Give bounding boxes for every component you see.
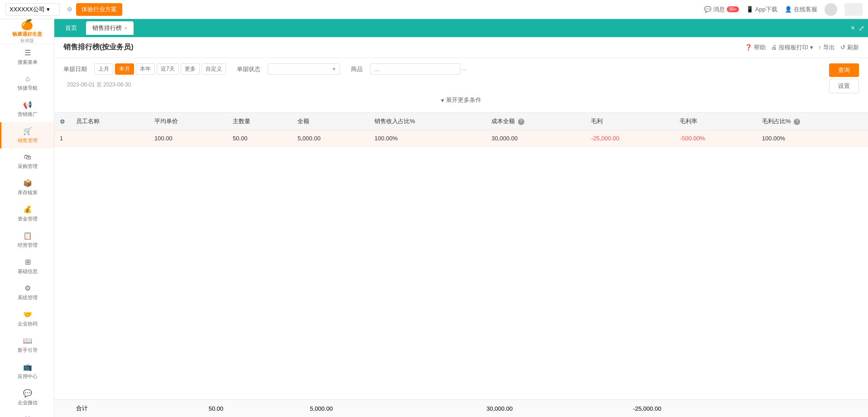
cost-info-icon[interactable]: ? — [518, 119, 524, 125]
refresh-icon: ↺ — [840, 44, 845, 51]
prev-month-btn[interactable]: 上月 — [94, 63, 113, 75]
help-label: 帮助 — [754, 43, 766, 52]
col-header-gross: 毛利 — [585, 113, 674, 130]
sidebar-item-weixin[interactable]: 💬 企业微信 — [0, 384, 54, 411]
sidebar-item-system[interactable]: ⚙ 系统管理 — [0, 279, 54, 306]
col-header-gross-pct: 毛利占比% ? — [757, 113, 868, 130]
sidebar-item-search[interactable]: ☰ 搜索菜单 — [0, 44, 54, 70]
settings-button[interactable]: 设置 — [829, 79, 859, 93]
sidebar-item-basic[interactable]: ⊞ 基础信息 — [0, 253, 54, 279]
tab-sales-ranking[interactable]: 销售排行榜 × — [86, 21, 134, 35]
col-header-qty: 主数量 — [227, 113, 292, 130]
logo-sub: 标准版 — [20, 38, 34, 44]
cell-gross-rate: -500.00% — [674, 130, 756, 147]
inventory-icon: 📦 — [23, 179, 32, 187]
sidebar-item-quick[interactable]: ⌂ 快捷导航 — [0, 70, 54, 96]
cell-cost: 30,000.00 — [486, 130, 585, 147]
sidebar-label-marketing: 营销推广 — [18, 111, 38, 118]
company-selector[interactable]: XXXXXX公司 ▾ — [5, 3, 60, 16]
marketing-icon: 📢 — [23, 101, 32, 109]
apps-icon: 📺 — [23, 363, 32, 371]
status-filter-row: 单据状态 — [237, 63, 340, 75]
date-label: 单据日期 — [63, 65, 87, 73]
system-icon: ⚙ — [24, 284, 31, 292]
page-actions: ❓ 帮助 🖨 按模板打印 ▾ ↑ 导出 ↺ 刷新 — [745, 43, 859, 52]
page-header: 销售排行榜(按业务员) ❓ 帮助 🖨 按模板打印 ▾ ↑ 导出 — [54, 37, 868, 58]
help-button[interactable]: ❓ 帮助 — [745, 43, 766, 52]
more-btn[interactable]: 更多 — [181, 63, 200, 75]
tab-close-icon[interactable]: × — [125, 25, 127, 31]
sidebar-item-guide[interactable]: 📖 新手引导 — [0, 332, 54, 358]
footer-qty: 50.00 — [203, 400, 305, 417]
goods-more-icon[interactable]: ··· — [462, 66, 467, 72]
sidebar-item-operation[interactable]: 📋 经营管理 — [0, 227, 54, 253]
col-header-sales-pct: 销售收入占比% — [369, 113, 486, 130]
query-button[interactable]: 查询 — [829, 63, 859, 77]
app-icon: 📱 — [746, 6, 753, 13]
settings-icon[interactable]: ⚙ — [67, 6, 72, 13]
goods-label: 商品 — [351, 65, 363, 73]
export-label: 导出 — [823, 43, 835, 52]
sidebar-label-weixin: 企业微信 — [18, 399, 38, 406]
tab-bar-right: × ⤢ — [851, 24, 864, 33]
cell-gross-pct: 100.00% — [757, 130, 868, 147]
tab-home[interactable]: 首页 — [58, 21, 84, 35]
page-title: 销售排行榜(按业务员) — [63, 43, 134, 52]
footer-gross-rate — [782, 400, 825, 417]
app-download-label: App下载 — [755, 5, 777, 14]
col-header-settings[interactable]: ⚙ — [54, 113, 71, 130]
sales-icon: 🛒 — [23, 127, 32, 135]
tab-maximize-icon[interactable]: ⤢ — [858, 24, 864, 33]
custom-btn[interactable]: 自定义 — [201, 63, 226, 75]
recent7-btn[interactable]: 近7天 — [157, 63, 179, 75]
message-btn[interactable]: 💬 消息 99+ — [704, 5, 739, 14]
sidebar-label-finance: 资金管理 — [18, 216, 38, 222]
tab-close-window-icon[interactable]: × — [851, 24, 855, 32]
footer-table: 合计 50.00 5,000.00 30,000.00 -25,000.00 — [54, 400, 868, 417]
sidebar-item-corp[interactable]: 🤝 企业协同 — [0, 306, 54, 332]
grosspct-info-icon[interactable]: ? — [794, 119, 800, 125]
sidebar-item-apps[interactable]: 📺 应用中心 — [0, 358, 54, 384]
guide-icon: 📖 — [23, 336, 32, 345]
online-service-btn[interactable]: 👤 在线客服 — [785, 5, 817, 14]
chevron-down-icon: ▾ — [47, 6, 50, 13]
sidebar-label-operation: 经营管理 — [18, 242, 38, 249]
user-name[interactable] — [844, 3, 863, 16]
sidebar-item-purchase[interactable]: 🛍 采购管理 — [0, 149, 54, 174]
data-table: ⚙ 员工名称 平均单价 主数量 全额 销售收入占比% 成本全额 ? — [54, 113, 868, 147]
status-select[interactable] — [268, 63, 340, 75]
sidebar-item-inventory[interactable]: 📦 库存核算 — [0, 174, 54, 201]
date-filter-row: 单据日期 上月 本月 本年 近7天 更多 自定义 — [63, 63, 226, 75]
sidebar-item-member[interactable]: V 畅会员 — [0, 411, 54, 417]
goods-input[interactable] — [370, 63, 460, 75]
weixin-icon: 💬 — [23, 389, 32, 398]
logo-text: 畅康通好生意 — [12, 31, 42, 38]
sidebar-label-inventory: 库存核算 — [18, 189, 38, 196]
cell-rank: 1 — [54, 130, 71, 147]
sidebar-item-marketing[interactable]: 📢 营销推广 — [0, 96, 54, 122]
avatar[interactable] — [825, 3, 837, 16]
filter-bar: 单据日期 上月 本月 本年 近7天 更多 自定义 2023-06-01 至 20… — [54, 58, 868, 113]
search-icon: ☰ — [24, 48, 31, 57]
trial-button[interactable]: 体验行业方案 — [76, 3, 122, 16]
expand-label: 展开更多条件 — [446, 96, 481, 104]
this-month-btn[interactable]: 本月 — [115, 63, 134, 75]
company-name: XXXXXX公司 — [10, 5, 45, 14]
date-period-group: 上月 本月 本年 近7天 更多 自定义 — [94, 63, 226, 75]
cell-sales-pct: 100.00% — [369, 130, 486, 147]
footer-empty-1 — [54, 400, 71, 417]
tab-label: 销售排行榜 — [92, 24, 122, 32]
print-button[interactable]: 🖨 按模板打印 ▾ — [771, 43, 813, 52]
this-year-btn[interactable]: 本年 — [136, 63, 155, 75]
refresh-label: 刷新 — [847, 43, 859, 52]
cell-gross: -25,000.00 — [585, 130, 674, 147]
app-download-btn[interactable]: 📱 App下载 — [746, 5, 777, 14]
col-header-avg-price: 平均单价 — [149, 113, 227, 130]
sidebar-item-finance[interactable]: 💰 资金管理 — [0, 201, 54, 227]
refresh-button[interactable]: ↺ 刷新 — [840, 43, 859, 52]
col-header-cost: 成本全额 ? — [486, 113, 585, 130]
sidebar: 🍊 畅康通好生意 标准版 ☰ 搜索菜单 ⌂ 快捷导航 📢 营销推广 🛒 销售管理… — [0, 19, 54, 417]
sidebar-item-sales[interactable]: 🛒 销售管理 — [0, 122, 54, 149]
expand-button[interactable]: ▾ 展开更多条件 — [441, 96, 481, 104]
export-button[interactable]: ↑ 导出 — [819, 43, 835, 52]
